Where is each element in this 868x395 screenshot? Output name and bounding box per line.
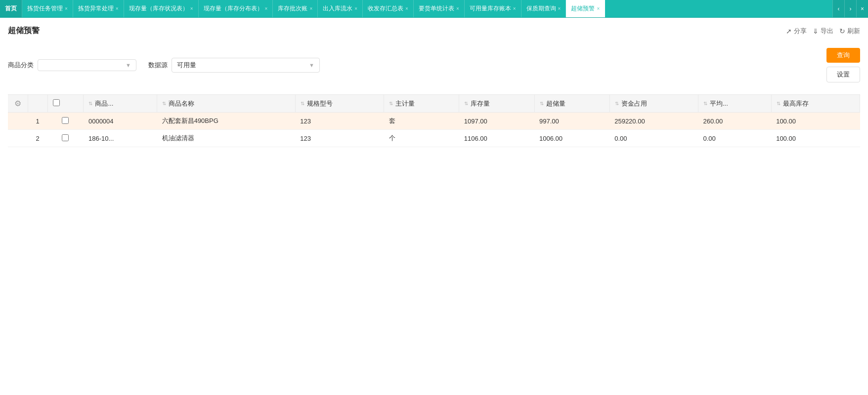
nav-tab-overstock[interactable]: 超储预警 × bbox=[566, 0, 605, 17]
nav-tab-task-mgmt-close[interactable]: × bbox=[65, 6, 68, 11]
category-select[interactable]: ▼ bbox=[38, 59, 136, 71]
nav-tab-overstock-close[interactable]: × bbox=[597, 6, 600, 11]
th-product-code: ⇅ 商品... bbox=[84, 95, 157, 113]
select-all-checkbox[interactable] bbox=[53, 99, 60, 106]
gear-icon[interactable]: ⚙ bbox=[14, 99, 21, 108]
sort-icon-stock: ⇅ bbox=[464, 101, 468, 106]
row-spec: 123 bbox=[295, 130, 384, 147]
nav-tab-inout-label: 出入库流水 bbox=[323, 4, 352, 13]
nav-next-arrow[interactable]: › bbox=[844, 0, 856, 18]
th-product-name-label: 商品名称 bbox=[169, 99, 194, 108]
nav-tab-home-label: 首页 bbox=[5, 4, 17, 13]
row-capital: 0.00 bbox=[609, 130, 698, 147]
row-checkbox-cell bbox=[47, 130, 84, 147]
top-nav: 首页 拣货任务管理 × 拣货异常处理 × 现存量（库存状况表） × 现存量（库存… bbox=[0, 0, 868, 18]
nav-tab-collect-close[interactable]: × bbox=[405, 6, 408, 11]
nav-tab-exception-close[interactable]: × bbox=[116, 6, 119, 11]
share-button[interactable]: ➚ 分享 bbox=[786, 27, 807, 36]
th-stock: ⇅ 库存量 bbox=[459, 95, 534, 113]
row-overstock: 997.00 bbox=[534, 113, 609, 130]
nav-tab-task-mgmt[interactable]: 拣货任务管理 × bbox=[22, 0, 73, 17]
nav-tab-inout[interactable]: 出入库流水 × bbox=[318, 0, 363, 17]
query-button[interactable]: 查询 bbox=[826, 48, 860, 63]
row-gear-cell bbox=[8, 113, 28, 130]
th-max-stock-label: 最高库存 bbox=[783, 99, 809, 108]
th-stock-label: 库存量 bbox=[471, 99, 490, 108]
nav-tab-stock-status-label: 现存量（库存状况表） bbox=[129, 4, 188, 13]
row-product-name: 机油滤清器 bbox=[157, 130, 296, 147]
nav-tab-exception-label: 拣货异常处理 bbox=[78, 4, 114, 13]
nav-tab-expiry-close[interactable]: × bbox=[558, 6, 561, 11]
row-spec: 123 bbox=[295, 113, 384, 130]
datasource-select[interactable]: 可用量 ▼ bbox=[172, 58, 320, 73]
export-icon: ⇓ bbox=[813, 27, 819, 35]
header-actions: ➚ 分享 ⇓ 导出 ↻ 刷新 bbox=[786, 27, 860, 36]
th-avg-label: 平均... bbox=[710, 99, 728, 108]
nav-tab-batch-close[interactable]: × bbox=[309, 6, 312, 11]
datasource-label: 数据源 bbox=[148, 61, 168, 70]
nav-prev-arrow[interactable]: ‹ bbox=[832, 0, 844, 18]
th-gear: ⚙ bbox=[8, 95, 28, 113]
nav-tab-inout-close[interactable]: × bbox=[354, 6, 357, 11]
nav-tab-batch[interactable]: 库存批次账 × bbox=[273, 0, 318, 17]
nav-tab-expiry[interactable]: 保质期查询 × bbox=[521, 0, 566, 17]
th-spec: ⇅ 规格型号 bbox=[295, 95, 384, 113]
th-overstock: ⇅ 超储量 bbox=[534, 95, 609, 113]
nav-tab-collect[interactable]: 收发存汇总表 × bbox=[363, 0, 414, 17]
nav-tab-home[interactable]: 首页 bbox=[0, 0, 22, 17]
refresh-icon: ↻ bbox=[839, 27, 845, 35]
sort-icon-overstock: ⇅ bbox=[540, 101, 544, 106]
row-avg: 260.00 bbox=[698, 113, 771, 130]
nav-tab-stock-dist-close[interactable]: × bbox=[265, 6, 268, 11]
export-label: 导出 bbox=[821, 27, 833, 36]
datasource-select-value: 可用量 bbox=[177, 61, 196, 70]
nav-tab-available[interactable]: 可用量库存账本 × bbox=[465, 0, 521, 17]
nav-tab-available-label: 可用量库存账本 bbox=[470, 4, 511, 13]
table-row: 1 0000004 六配套新昌490BPG 123 套 1097.00 997.… bbox=[8, 113, 860, 130]
sort-icon-max-stock: ⇅ bbox=[777, 101, 781, 106]
sort-icon-avg: ⇅ bbox=[703, 101, 707, 106]
share-label: 分享 bbox=[794, 27, 807, 36]
nav-tab-available-close[interactable]: × bbox=[513, 6, 516, 11]
row-checkbox[interactable] bbox=[62, 117, 69, 124]
nav-tab-stock-status[interactable]: 现存量（库存状况表） × bbox=[124, 0, 199, 17]
row-max-stock: 100.00 bbox=[771, 113, 860, 130]
th-checkbox bbox=[47, 95, 84, 113]
nav-tab-stock-status-close[interactable]: × bbox=[190, 6, 193, 11]
sort-icon-unit: ⇅ bbox=[389, 101, 393, 106]
nav-close-all[interactable]: × bbox=[856, 0, 868, 18]
row-checkbox-cell bbox=[47, 113, 84, 130]
row-overstock: 1006.00 bbox=[534, 130, 609, 147]
nav-tab-expiry-label: 保质期查询 bbox=[526, 4, 556, 13]
nav-tab-exception[interactable]: 拣货异常处理 × bbox=[73, 0, 124, 17]
category-chevron-icon: ▼ bbox=[126, 62, 131, 68]
th-num bbox=[28, 95, 47, 113]
nav-tab-task-mgmt-label: 拣货任务管理 bbox=[27, 4, 63, 13]
nav-tab-order-stat-label: 要货单统计表 bbox=[419, 4, 454, 13]
nav-tab-order-stat-close[interactable]: × bbox=[456, 6, 459, 11]
filter-area: 商品分类 ▼ 数据源 可用量 ▼ 查询 设置 bbox=[8, 44, 860, 86]
nav-tab-batch-label: 库存批次账 bbox=[278, 4, 307, 13]
row-product-name: 六配套新昌490BPG bbox=[157, 113, 296, 130]
row-num: 1 bbox=[28, 113, 47, 130]
row-unit: 套 bbox=[384, 113, 459, 130]
nav-tab-stock-dist[interactable]: 现存量（库存分布表） × bbox=[199, 0, 273, 17]
sort-icon-product-code: ⇅ bbox=[88, 101, 92, 106]
page-title: 超储预警 bbox=[8, 26, 40, 36]
nav-tab-order-stat[interactable]: 要货单统计表 × bbox=[414, 0, 465, 17]
nav-tab-overstock-label: 超储预警 bbox=[571, 4, 595, 13]
sort-icon-spec: ⇅ bbox=[301, 101, 304, 106]
sort-icon-product-name: ⇅ bbox=[162, 101, 166, 106]
row-capital: 259220.00 bbox=[609, 113, 698, 130]
main-content: 超储预警 ➚ 分享 ⇓ 导出 ↻ 刷新 商品分类 ▼ 数据源 bbox=[0, 18, 868, 395]
export-button[interactable]: ⇓ 导出 bbox=[813, 27, 833, 36]
th-overstock-label: 超储量 bbox=[546, 99, 565, 108]
th-product-name: ⇅ 商品名称 bbox=[157, 95, 296, 113]
th-capital-label: 资金占用 bbox=[621, 99, 647, 108]
settings-button[interactable]: 设置 bbox=[826, 67, 860, 82]
row-checkbox[interactable] bbox=[62, 134, 69, 141]
nav-arrows: ‹ › × bbox=[832, 0, 868, 18]
row-unit: 个 bbox=[384, 130, 459, 147]
refresh-button[interactable]: ↻ 刷新 bbox=[839, 27, 860, 36]
th-unit: ⇅ 主计量 bbox=[384, 95, 459, 113]
